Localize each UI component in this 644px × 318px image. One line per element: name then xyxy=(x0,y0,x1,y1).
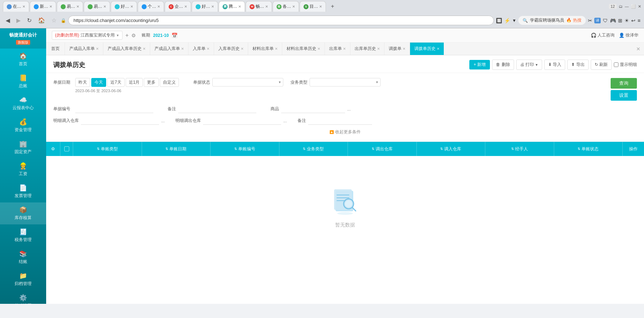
bookmark-btn[interactable]: ☆ xyxy=(49,16,59,25)
tab-close-all[interactable]: ✕ xyxy=(633,43,644,55)
browser-tab-8[interactable]: 好… ✕ xyxy=(192,1,218,12)
doc-num-input[interactable] xyxy=(75,105,153,113)
tab-product-inbound[interactable]: 产成品入库单 ✕ xyxy=(65,43,103,55)
th-out-wh[interactable]: ⇅ 调出仓库 xyxy=(348,142,417,156)
detail-note-input[interactable] xyxy=(308,117,372,125)
company-selector[interactable]: (勿删勿禁用) 江西服宝测试专用 ▼ xyxy=(52,31,122,40)
browser-tab-11[interactable]: 各 各… ✕ xyxy=(273,1,299,12)
th-gear[interactable]: ⚙ xyxy=(46,142,60,156)
address-bar-row: ◀ ▶ ↻ 🏠 ☆ 🔒 🔲 ⚡ ▼ 🔍 学霸应聘场驱鸟员 🔥 热搜 ✂ 译 🛡 … xyxy=(0,13,644,28)
browser-tab-10[interactable]: M 畅… ✕ xyxy=(246,1,272,12)
detail-in-more-icon[interactable]: ... xyxy=(161,118,165,123)
date-more-btn[interactable]: 更多 xyxy=(144,78,159,87)
detail-out-more-icon[interactable]: ... xyxy=(283,118,287,123)
tab-outbound[interactable]: 出库单 ✕ xyxy=(325,43,350,55)
goods-input[interactable] xyxy=(281,105,345,113)
sidebar-item-settle[interactable]: 📚 结账 xyxy=(0,246,46,268)
sidebar-item-salary[interactable]: 👷 工资 xyxy=(0,158,46,180)
sidebar-item-cloud-report[interactable]: ☁️ 云报表中心 xyxy=(0,93,46,115)
new-tab-btn[interactable]: + xyxy=(328,2,337,11)
search-text: 学霸应聘场驱鸟员 xyxy=(530,17,564,23)
th-date[interactable]: ⇅ 单账日期 xyxy=(142,142,211,156)
delete-btn[interactable]: 🗑 删除 xyxy=(492,60,514,70)
detail-note-label: 备注 xyxy=(298,118,306,124)
browser-tab-6[interactable]: 个… ✕ xyxy=(138,1,164,12)
tab-outbound-history[interactable]: 出库单历史 ✕ xyxy=(350,43,384,55)
sidebar-item-inventory[interactable]: 📦 库存核算 xyxy=(0,202,46,224)
browser-tab-4[interactable]: 易… ✕ xyxy=(84,1,110,12)
export-btn[interactable]: ⬆ 导出 xyxy=(567,60,588,70)
th-type[interactable]: ⇅ 单账类型 xyxy=(73,142,142,156)
browser-tab-2[interactable]: 新… ✕ xyxy=(30,1,56,12)
browser-tab-9[interactable]: 腾 腾… ✕ xyxy=(219,1,245,12)
status-select[interactable] xyxy=(212,78,283,87)
browser-tab-3[interactable]: 易… ✕ xyxy=(57,1,83,12)
browser-tab-7[interactable]: C 企… ✕ xyxy=(165,1,191,12)
sidebar-item-archive[interactable]: 📁 归档管理 xyxy=(0,268,46,290)
tab-transfer-history[interactable]: 调拨单历史 ✕ xyxy=(410,43,444,55)
date-custom-btn[interactable]: 自定义 xyxy=(160,78,179,87)
tab-transfer[interactable]: 调拨单 ✕ xyxy=(384,43,410,55)
biz-type-select[interactable] xyxy=(310,78,381,87)
print-btn[interactable]: 🖨 打印 ▼ xyxy=(516,60,542,70)
url-input[interactable] xyxy=(68,16,494,25)
consult-btn[interactable]: 🎧 人工咨询 xyxy=(591,32,615,38)
game-icon: 🎮 xyxy=(610,18,616,23)
detail-in-input[interactable] xyxy=(81,117,159,125)
collapse-btn[interactable]: 🔼 收起更多条件 xyxy=(53,128,637,136)
tab-material-outbound[interactable]: 材料出库单 ✕ xyxy=(248,43,282,55)
sidebar-item-home[interactable]: 🏠 首页 xyxy=(0,49,46,71)
sidebar-item-tax[interactable]: 🧾 税务管理 xyxy=(0,224,46,246)
import-btn[interactable]: ⬇ 导入 xyxy=(544,60,565,70)
th-in-wh[interactable]: ⇅ 调入仓库 xyxy=(417,142,486,156)
browser-tab[interactable]: 在… ✕ xyxy=(3,1,29,12)
calendar-icon[interactable]: 📅 xyxy=(171,33,178,38)
browser-tab-12[interactable]: S 目… ✕ xyxy=(300,1,326,12)
date-7days-btn[interactable]: 近7天 xyxy=(107,78,125,87)
th-biz[interactable]: ⇅ 业务类型 xyxy=(279,142,348,156)
action-bar: + 新增 🗑 删除 🖨 打印 ▼ ⬇ 导入 ⬆ 导出 ↻ 刷新 显示明细 xyxy=(469,60,637,70)
refresh-page-btn[interactable]: ↻ 刷新 xyxy=(591,60,612,70)
query-btn[interactable]: 查询 xyxy=(611,78,637,89)
filter-area: 单据日期 昨天 今天 近7天 近1月 更多 自定义 2023-06-06 至 2… xyxy=(46,73,644,142)
sidebar-item-invoice[interactable]: 📄 发票管理 xyxy=(0,180,46,202)
settings-filter-btn[interactable]: 设置 xyxy=(611,90,637,101)
tab-inbound-history[interactable]: 入库单历史 ✕ xyxy=(214,43,248,55)
th-checkbox[interactable] xyxy=(60,142,73,156)
tab-material-outbound-history[interactable]: 材料出库单历史 ✕ xyxy=(282,43,325,55)
empty-text: 暂无数据 xyxy=(335,222,355,228)
back-btn[interactable]: ◀ xyxy=(4,16,12,25)
home-btn[interactable]: 🏠 xyxy=(36,16,47,25)
sort-icon-status: ⇅ xyxy=(578,147,580,151)
sidebar-item-funds[interactable]: 💰 资金管理 xyxy=(0,115,46,136)
detail-out-input[interactable] xyxy=(203,117,281,125)
browser-tab-5[interactable]: 好… ✕ xyxy=(111,1,137,12)
tab-inbound[interactable]: 入库单 ✕ xyxy=(189,43,214,55)
refresh-btn[interactable]: ↻ xyxy=(25,16,34,25)
date-1month-btn[interactable]: 近1月 xyxy=(126,78,143,87)
th-status[interactable]: ⇅ 单账状态 xyxy=(554,142,623,156)
date-yesterday-btn[interactable]: 昨天 xyxy=(75,78,90,87)
forward-btn[interactable]: ▶ xyxy=(14,16,23,25)
sidebar-item-ledger[interactable]: 📒 总账 xyxy=(0,71,46,93)
display-toggle[interactable]: 显示明细 xyxy=(614,62,637,68)
th-num[interactable]: ⇅ 单账编号 xyxy=(211,142,279,156)
goods-more-icon[interactable]: ... xyxy=(347,107,351,112)
sidebar-item-basic[interactable]: ⚙️ 基础设置 xyxy=(0,290,46,304)
user-avatar[interactable]: 👤 徐泽华 xyxy=(619,32,638,38)
tab-product-inbound-2[interactable]: 产成品入库单 ✕ xyxy=(150,43,189,55)
settings-icon[interactable]: ⚙ xyxy=(131,33,136,38)
tab-product-inbound-history[interactable]: 产成品入库单历史 ✕ xyxy=(103,43,150,55)
note-input[interactable] xyxy=(178,105,256,113)
dropdown-arrow[interactable]: ▼ xyxy=(512,18,517,23)
new-btn[interactable]: + 新增 xyxy=(469,60,490,69)
security-icon: 🔒 xyxy=(61,18,66,23)
extensions-icon: 🔲 xyxy=(496,18,502,23)
display-toggle-checkbox[interactable] xyxy=(614,62,618,67)
tab-home[interactable]: 首页 xyxy=(46,43,65,55)
undo-icon: ↩ xyxy=(631,18,635,23)
sidebar-item-assets[interactable]: 🏢 固定资产 xyxy=(0,136,46,158)
date-today-btn[interactable]: 今天 xyxy=(91,78,106,87)
th-handler[interactable]: ⇅ 经手人 xyxy=(485,142,554,156)
add-company-btn[interactable]: + xyxy=(125,32,129,39)
